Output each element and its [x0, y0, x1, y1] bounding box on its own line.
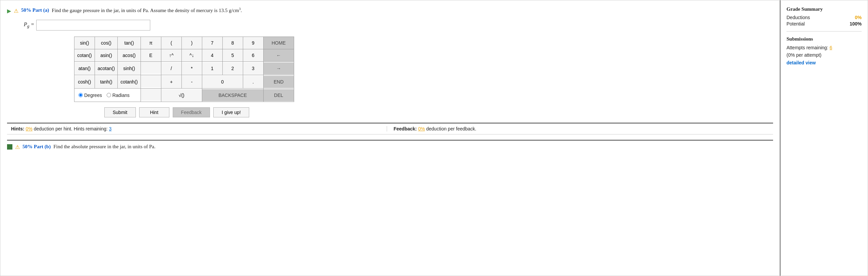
nine-button[interactable]: 9 [243, 37, 263, 49]
two-button[interactable]: 2 [223, 62, 243, 74]
part-b-screen-icon [7, 144, 12, 150]
end-button[interactable]: END [264, 76, 294, 88]
six-button[interactable]: 6 [243, 49, 263, 61]
cotanh-button[interactable]: cotanh() [118, 76, 140, 88]
cotan-button[interactable]: cotan() [74, 49, 95, 61]
hint-button[interactable]: Hint [139, 107, 169, 117]
four-button[interactable]: 4 [202, 49, 222, 61]
atan-button[interactable]: atan() [74, 62, 95, 74]
blank-1 [141, 62, 161, 74]
hints-percent: 0% [26, 126, 33, 131]
potential-row: Potential 100% [786, 21, 862, 27]
submissions-title: Submissions [786, 36, 862, 42]
superscript-up-button[interactable]: ↑^ [161, 49, 181, 61]
part-b-text: Find the absolute pressure in the jar, i… [53, 144, 155, 150]
eight-button[interactable]: 8 [223, 37, 243, 49]
acos-button[interactable]: acos() [118, 49, 140, 61]
hints-left: Hints: 0% deduction per hint. Hints rema… [11, 126, 387, 131]
deductions-value: 0% [855, 15, 862, 20]
action-buttons: Submit Hint Feedback I give up! [104, 107, 773, 117]
superscript-down-button[interactable]: ^↓ [182, 49, 202, 61]
part-a-label: 50% Part (a) [21, 6, 49, 14]
grade-summary-title: Grade Summary [786, 6, 862, 12]
feedback-deduction-text: deduction per feedback. [426, 126, 476, 131]
part-a-text: Find the gauge pressure in the jar, in u… [52, 6, 242, 14]
radians-radio[interactable] [107, 93, 111, 97]
play-icon[interactable]: ▶ [7, 7, 11, 15]
close-paren-button[interactable]: ) [182, 37, 202, 49]
part-b-warning-icon: ⚠ [15, 144, 20, 150]
radians-label[interactable]: Radians [107, 93, 129, 98]
hints-deduction-text: deduction per hint. Hints remaining: [34, 126, 109, 131]
deductions-label: Deductions [786, 15, 810, 20]
back-arrow-button[interactable]: ← [264, 49, 294, 61]
potential-label: Potential [786, 21, 805, 27]
hints-label: Hints: [11, 126, 25, 131]
home-button[interactable]: HOME [264, 37, 294, 49]
acotan-button[interactable]: acotan() [95, 62, 117, 74]
forward-arrow-button[interactable]: → [264, 62, 294, 74]
tanh-button[interactable]: tanh() [95, 76, 117, 88]
deductions-row: Deductions 0% [786, 15, 862, 20]
cosh-button[interactable]: cosh() [74, 76, 95, 88]
three-button[interactable]: 3 [243, 62, 263, 74]
part-b-label: 50% Part (b) [23, 144, 51, 150]
blank-2 [141, 75, 161, 87]
decimal-button[interactable]: . [243, 76, 263, 88]
feedback-label: Feedback: [394, 126, 417, 131]
warning-icon: ⚠ [14, 7, 19, 15]
e-button[interactable]: E [141, 49, 161, 61]
zero-button[interactable]: 0 [202, 76, 243, 88]
asin-button[interactable]: asin() [95, 49, 117, 61]
calculator: sin() cos() tan() π ( ) 7 8 9 HOME cotan… [74, 36, 773, 102]
open-paren-button[interactable]: ( [161, 37, 181, 49]
minus-button[interactable]: - [182, 76, 202, 88]
part-b-header: ⚠ 50% Part (b) Find the absolute pressur… [7, 140, 773, 153]
pi-button[interactable]: π [141, 37, 161, 49]
plus-button[interactable]: + [161, 76, 181, 88]
attempts-value: 6 [830, 45, 832, 50]
sidebar-divider [786, 31, 862, 32]
input-row: Pg = [24, 20, 773, 31]
tan-button[interactable]: tan() [118, 37, 140, 49]
seven-button[interactable]: 7 [202, 37, 222, 49]
submissions-text: Attempts remaining: 6 (0% per attempt) d… [786, 44, 862, 66]
cos-button[interactable]: cos() [95, 37, 117, 49]
sin-button[interactable]: sin() [74, 37, 95, 49]
deg-rad-row: Degrees Radians [74, 91, 141, 100]
hints-right: Feedback: 0% deduction per feedback. [387, 126, 769, 131]
sinh-button[interactable]: sinh() [118, 62, 140, 74]
degrees-radio[interactable] [79, 93, 83, 97]
hints-bar: Hints: 0% deduction per hint. Hints rema… [7, 123, 773, 134]
potential-value: 100% [849, 21, 862, 27]
backspace-button[interactable]: BACKSPACE [202, 89, 263, 101]
per-attempt-text: (0% per attempt) [786, 52, 822, 58]
one-button[interactable]: 1 [202, 62, 222, 74]
del-button[interactable]: DEL [264, 89, 294, 101]
detailed-view-link[interactable]: detailed view [786, 60, 816, 65]
five-button[interactable]: 5 [223, 49, 243, 61]
part-a-header: ▶ ⚠ 50% Part (a) Find the gauge pressure… [7, 6, 773, 15]
answer-input[interactable] [36, 20, 150, 31]
sqrt-button[interactable]: √() [161, 89, 202, 101]
sidebar: Grade Summary Deductions 0% Potential 10… [780, 0, 868, 276]
attempts-text: Attempts remaining: [786, 45, 830, 50]
divide-button[interactable]: / [161, 62, 181, 74]
hints-remaining[interactable]: 3 [109, 126, 112, 131]
feedback-button[interactable]: Feedback [173, 107, 210, 117]
multiply-button[interactable]: * [182, 62, 202, 74]
feedback-percent: 0% [418, 126, 425, 131]
give-up-button[interactable]: I give up! [213, 107, 249, 117]
blank-3 [141, 89, 161, 101]
degrees-label[interactable]: Degrees [79, 93, 102, 98]
submit-button[interactable]: Submit [104, 107, 136, 117]
input-label: Pg = [24, 22, 34, 29]
